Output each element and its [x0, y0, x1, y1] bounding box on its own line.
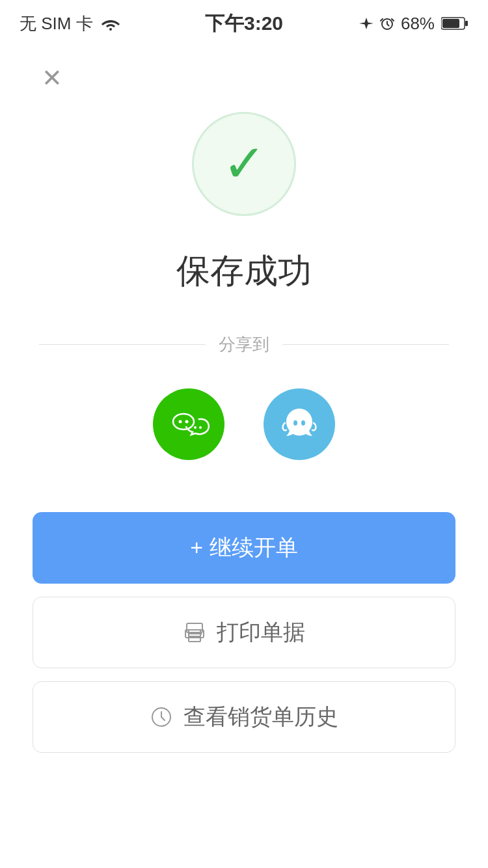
success-circle: ✓	[192, 112, 296, 216]
svg-point-8	[199, 426, 202, 429]
print-button[interactable]: 打印单据	[33, 597, 455, 668]
action-buttons: + 继续开单 打印单据 查看销货单历史	[0, 512, 488, 753]
history-button[interactable]: 查看销货单历史	[33, 681, 455, 753]
svg-point-9	[293, 420, 297, 426]
svg-point-4	[173, 414, 194, 429]
divider-line-right	[282, 344, 449, 345]
share-divider: 分享到	[0, 333, 488, 356]
svg-point-7	[194, 426, 197, 429]
battery-text: 68%	[401, 14, 435, 34]
svg-rect-2	[465, 21, 468, 26]
battery-icon	[441, 16, 468, 31]
divider-text: 分享到	[206, 333, 282, 356]
continue-order-button[interactable]: + 继续开单	[33, 512, 455, 584]
no-sim-label: 无 SIM 卡	[20, 12, 93, 35]
status-bar: 无 SIM 卡 下午3:20 68%	[0, 0, 488, 47]
status-time: 下午3:20	[205, 10, 283, 37]
success-title: 保存成功	[176, 249, 312, 294]
history-label: 查看销货单历史	[183, 702, 338, 732]
status-right: 68%	[359, 14, 468, 34]
history-icon	[150, 705, 173, 729]
svg-point-14	[200, 633, 202, 635]
wifi-icon	[101, 16, 120, 31]
checkmark-icon: ✓	[223, 138, 266, 190]
close-icon: ✕	[42, 66, 62, 90]
location-icon	[359, 16, 373, 31]
qq-icon	[278, 403, 320, 445]
svg-rect-3	[442, 19, 459, 28]
svg-point-5	[179, 420, 182, 424]
divider-line-left	[39, 344, 206, 345]
wechat-share-button[interactable]	[153, 388, 224, 460]
continue-order-label: + 继续开单	[190, 533, 297, 563]
printer-icon	[183, 621, 206, 644]
svg-point-6	[185, 420, 189, 424]
share-icons-container	[153, 388, 335, 460]
svg-point-10	[301, 420, 305, 426]
qq-share-button[interactable]	[264, 388, 335, 460]
status-left: 无 SIM 卡	[20, 12, 120, 35]
main-content: ✓ 保存成功 分享到	[0, 47, 488, 753]
close-button[interactable]: ✕	[33, 59, 72, 98]
wechat-icon	[168, 403, 210, 445]
alarm-icon	[380, 16, 394, 31]
print-label: 打印单据	[217, 617, 305, 647]
